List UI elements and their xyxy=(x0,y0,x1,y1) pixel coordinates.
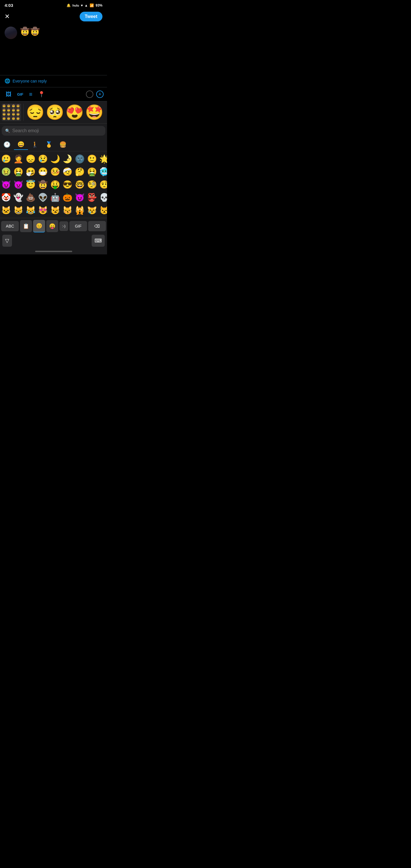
search-emoji-input[interactable] xyxy=(12,128,102,133)
emoji-cell[interactable]: 😇 xyxy=(25,178,37,191)
emoji-cell[interactable]: 😈 xyxy=(0,178,12,191)
system-bottom-bar xyxy=(0,248,107,254)
emoji-cell[interactable]: 🤢 xyxy=(0,165,12,178)
emoji-cell[interactable]: 😿 xyxy=(86,204,98,217)
clipboard-button[interactable]: 📋 xyxy=(20,220,32,232)
emoji-cell[interactable]: 🤨 xyxy=(98,178,107,191)
sticker-icon: 😛 xyxy=(49,223,55,229)
emoji-cell[interactable]: 👽 xyxy=(37,191,49,204)
emoji-cell[interactable]: 🤑 xyxy=(49,178,61,191)
emoji-cell[interactable]: 💀 xyxy=(98,191,107,204)
keyboard-bottom: ABC 📋 😊 😛 :-) GIF ⌫ ▽ ⌨ xyxy=(0,218,107,248)
emoji-cell[interactable]: 😷 xyxy=(37,165,49,178)
emoji-cell[interactable]: 🌙 xyxy=(49,152,61,165)
emoji-cell[interactable]: 🧐 xyxy=(86,178,98,191)
recent-emoji-row: 🤠🤠🤠🤠 🤠🤠🤠🤠 🤠🤠🤠🤠 🤠🤠🤠🤠 😔 🥺 😍 🤩 xyxy=(0,101,107,124)
sticker-button[interactable]: 😛 xyxy=(46,220,58,232)
emoji-cell[interactable]: 😽 xyxy=(61,204,74,217)
emoji-cell[interactable]: 😻 xyxy=(37,204,49,217)
image-button[interactable]: 🖼 xyxy=(3,89,14,99)
emoji-keyboard-button[interactable]: 😊 xyxy=(33,220,45,232)
emoji-cell[interactable]: 👻 xyxy=(12,191,25,204)
down-icon: ▽ xyxy=(5,238,9,244)
abc-button[interactable]: ABC xyxy=(1,221,19,231)
emoji-cell[interactable]: 😹 xyxy=(25,204,37,217)
gif-keyboard-button[interactable]: GIF xyxy=(69,221,87,231)
location-button[interactable]: 📍 xyxy=(36,89,48,99)
emoji-cell[interactable]: 🤔 xyxy=(74,165,86,178)
emoji-keyboard-icon: 😊 xyxy=(36,223,42,229)
tab-activities[interactable]: 🥇 xyxy=(42,140,56,150)
top-bar: ✕ Tweet xyxy=(0,9,107,24)
emoji-cell[interactable]: 😈 xyxy=(74,191,86,204)
keyboard-switch-button[interactable]: ⌨ xyxy=(92,235,105,247)
emoji-cell[interactable]: 😢 xyxy=(37,152,49,165)
tweet-emoji-content[interactable]: 🤠🤠 xyxy=(20,27,102,36)
emoji-cell[interactable]: 😞 xyxy=(25,152,37,165)
wifi-icon: ▲ xyxy=(85,3,88,7)
backspace-button[interactable]: ⌫ xyxy=(88,221,106,231)
emoji-cell[interactable]: 🤕 xyxy=(61,165,74,178)
emoji-cell[interactable]: 🤮 xyxy=(12,165,25,178)
emoji-cell[interactable]: 🤖 xyxy=(49,191,61,204)
emoji-cell[interactable]: 👺 xyxy=(86,191,98,204)
tab-smileys[interactable]: 😀 xyxy=(14,139,28,150)
compose-toolbar: 🖼 GIF ≡ 📍 + xyxy=(0,87,107,101)
recent-emoji-heart-eyes[interactable]: 😍 xyxy=(65,104,84,121)
emoji-cell[interactable]: 🐱 xyxy=(0,204,12,217)
recent-emoji-starry[interactable]: 🤩 xyxy=(85,104,104,121)
emoji-cell[interactable]: 🥶 xyxy=(98,165,107,178)
recent-emoji-sad[interactable]: 😔 xyxy=(26,104,44,121)
tweet-button[interactable]: Tweet xyxy=(80,12,102,22)
status-bar: 4:03 🔔 hulu ♥ ▲ 📶 93% xyxy=(0,0,107,9)
collapse-keyboard-button[interactable]: ▽ xyxy=(2,235,12,247)
hulu-icon: hulu xyxy=(72,4,79,7)
tab-food[interactable]: 🍔 xyxy=(56,140,70,150)
emoji-cell[interactable]: 🌚 xyxy=(74,152,86,165)
close-button[interactable]: ✕ xyxy=(5,13,10,20)
emoji-cell[interactable]: 😼 xyxy=(49,204,61,217)
search-icon: 🔍 xyxy=(5,128,10,133)
emoji-cell[interactable]: 🙀 xyxy=(74,204,86,217)
emoji-cell[interactable]: 🤮 xyxy=(86,165,98,178)
notification-icon: 🔔 xyxy=(66,3,71,7)
tab-people[interactable]: 🚶 xyxy=(28,140,42,150)
emoji-cell[interactable]: 👿 xyxy=(12,178,25,191)
emoji-cell[interactable]: 😸 xyxy=(12,204,25,217)
emoji-cell[interactable]: 🤦 xyxy=(12,152,25,165)
emoji-cell[interactable]: 🤠 xyxy=(37,178,49,191)
gif-button[interactable]: GIF xyxy=(15,89,26,99)
heart-icon: ♥ xyxy=(81,3,83,7)
kaomoji-button[interactable]: :-) xyxy=(59,221,68,231)
emoji-cell[interactable]: 🤧 xyxy=(25,165,37,178)
emoji-cell[interactable]: 🤒 xyxy=(49,165,61,178)
emoji-cell[interactable]: 🌛 xyxy=(61,152,74,165)
emoji-cell[interactable]: 😾 xyxy=(98,204,107,217)
toolbar-icons: 🖼 GIF ≡ 📍 xyxy=(3,89,86,99)
emoji-search-box[interactable]: 🔍 xyxy=(2,126,105,135)
emoji-cell[interactable]: 😎 xyxy=(61,178,74,191)
emoji-cell[interactable]: 🙂 xyxy=(86,152,98,165)
backspace-icon: ⌫ xyxy=(94,224,100,228)
emoji-cell[interactable]: 🥲 xyxy=(0,152,12,165)
emoji-cell[interactable]: 💩 xyxy=(25,191,37,204)
emoji-cell[interactable]: 🤡 xyxy=(0,191,12,204)
recent-emoji-pleading[interactable]: 🥺 xyxy=(46,104,64,121)
close-icon: ✕ xyxy=(5,13,10,20)
signal-icon: 📶 xyxy=(90,3,94,7)
status-time: 4:03 xyxy=(5,3,13,8)
emoji-search-row: 🔍 xyxy=(0,124,107,138)
compose-content: 🤠🤠 xyxy=(20,27,102,72)
add-tweet-button[interactable]: + xyxy=(96,91,104,98)
tab-recent[interactable]: 🕐 xyxy=(0,140,14,150)
reply-setting[interactable]: 🌐 Everyone can reply xyxy=(0,75,107,87)
compose-area: 🤠🤠 xyxy=(0,24,107,75)
emoji-cell[interactable]: 🤓 xyxy=(74,178,86,191)
emoji-cell[interactable]: 🎃 xyxy=(61,191,74,204)
clipboard-icon: 📋 xyxy=(23,223,29,229)
recent-emoji-grid[interactable]: 🤠🤠🤠🤠 🤠🤠🤠🤠 🤠🤠🤠🤠 🤠🤠🤠🤠 xyxy=(2,104,21,121)
emoji-cell[interactable]: 🌟 xyxy=(98,152,107,165)
status-icons: 🔔 hulu ♥ ▲ 📶 93% xyxy=(66,3,102,7)
poll-button[interactable]: ≡ xyxy=(27,89,35,99)
reply-setting-label: Everyone can reply xyxy=(12,79,47,83)
